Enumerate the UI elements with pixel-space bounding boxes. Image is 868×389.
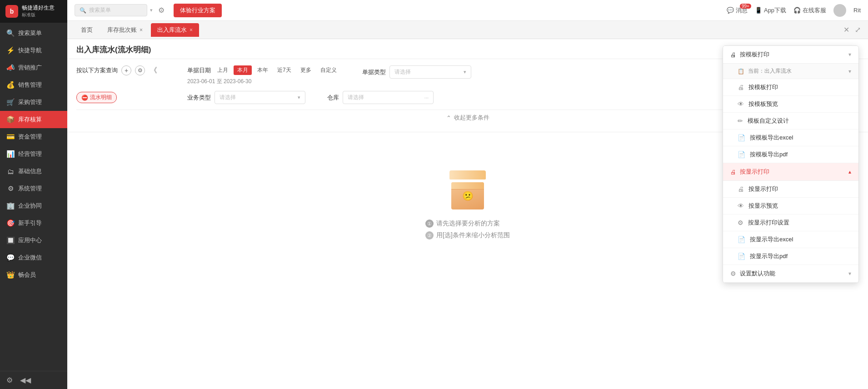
template-export-excel-icon: 📄 xyxy=(738,134,745,141)
date-tab-thismonth[interactable]: 本月 xyxy=(234,65,252,75)
date-range-display: 2023-06-01 至 2023-06-30 xyxy=(187,78,340,85)
date-tabs: 上月 本月 本年 近7天 更多 自定义 xyxy=(214,65,340,75)
display-print-icon: 🖨 xyxy=(738,185,744,193)
display-section-chevron-icon: ▴ xyxy=(848,169,851,175)
phone-icon: 📱 xyxy=(755,7,762,14)
online-service-btn[interactable]: 🎧 在线客服 xyxy=(793,6,826,15)
filter-chip[interactable]: ⛔ 流水明细 xyxy=(76,92,117,103)
sidebar-item-marketing[interactable]: 📣 营销推广 xyxy=(0,59,67,76)
template-export-pdf-item[interactable]: 📄 按模板导出pdf xyxy=(723,146,858,163)
sidebar-item-guide[interactable]: 🎯 新手引导 xyxy=(0,214,67,232)
type-select[interactable]: 请选择 ▾ xyxy=(389,65,471,79)
sidebar-item-wechat[interactable]: 💬 企业微信 xyxy=(0,249,67,266)
template-export-excel-item[interactable]: 📄 按模板导出excel xyxy=(723,130,858,146)
date-tab-custom[interactable]: 自定义 xyxy=(317,65,340,75)
tabbar: 首页 库存批次账 × 出入库流水 × ✕ ⤢ xyxy=(67,21,868,39)
tab-close-all-icon[interactable]: ✕ xyxy=(843,25,849,34)
app-logo: b 畅捷通好生意 标准版 xyxy=(0,0,67,23)
display-print-section-title: 🖨 按显示打印 xyxy=(730,168,769,176)
template-print-section-title: 🖨 按模板打印 xyxy=(730,50,769,59)
template-print-item-icon: 🖨 xyxy=(738,84,744,91)
empty-illustration: 😕 xyxy=(445,169,490,214)
avatar[interactable] xyxy=(833,4,846,17)
template-preview-item-icon: 👁 xyxy=(738,100,744,108)
sidebar-item-inventory[interactable]: 📦 库存核算 xyxy=(0,111,67,128)
logo-text: 畅捷通好生意 标准版 xyxy=(22,5,55,18)
print-dropdown-panel: 🖨 按模板打印 ▾ 📋 当前：出入库流水 ▾ 🖨 按模板打印 👁 按模板预览 ✏… xyxy=(723,45,859,283)
sidebar-item-system[interactable]: ⚙ 系统管理 xyxy=(0,180,67,197)
tab-home[interactable]: 首页 xyxy=(75,23,99,37)
topbar-gear-icon[interactable]: ⚙ xyxy=(158,6,165,15)
crown-icon: 👑 xyxy=(6,271,15,279)
set-default-section-header[interactable]: ⚙ 设置默认功能 ▾ xyxy=(723,265,858,283)
message-icon: 💬 xyxy=(727,7,734,14)
sidebar-item-sales[interactable]: 💰 销售管理 xyxy=(0,76,67,94)
hint-num-1: ① xyxy=(425,219,434,228)
tab-flow-close-icon[interactable]: × xyxy=(190,27,193,33)
app-download-btn[interactable]: 📱 App下载 xyxy=(755,6,786,15)
template-export-pdf-icon: 📄 xyxy=(738,151,745,158)
warehouse-select[interactable]: 请选择 ··· xyxy=(343,91,434,104)
username-display: Rit xyxy=(853,7,861,14)
sidebar-item-search[interactable]: 🔍 搜索菜单 xyxy=(0,25,67,42)
filter-collapse-btn[interactable]: 《 xyxy=(149,65,159,75)
template-custom-item[interactable]: ✏ 模板自定义设计 xyxy=(723,113,858,130)
tab-batch[interactable]: 库存批次账 × xyxy=(101,23,149,37)
display-preview-icon: 👁 xyxy=(738,202,744,209)
sidebar-item-purchase[interactable]: 🛒 采购管理 xyxy=(0,94,67,111)
default-section-chevron-icon: ▾ xyxy=(848,270,851,277)
date-tab-lastmonth[interactable]: 上月 xyxy=(214,65,232,75)
megaphone-icon: 📣 xyxy=(6,64,15,72)
current-chevron-icon: ▾ xyxy=(848,68,851,75)
template-print-section-header[interactable]: 🖨 按模板打印 ▾ xyxy=(723,46,858,64)
display-print-item[interactable]: 🖨 按显示打印 xyxy=(723,181,858,198)
type-label: 单据类型 xyxy=(362,68,386,76)
display-export-excel-item[interactable]: 📄 按显示导出excel xyxy=(723,231,858,248)
chip-icon: ⛔ xyxy=(81,95,88,101)
cart-icon: 🛒 xyxy=(6,98,15,106)
display-print-section-icon: 🖨 xyxy=(730,169,736,175)
chat-icon: 💬 xyxy=(6,254,15,262)
headset-icon: 🎧 xyxy=(793,7,801,14)
search-chevron-icon[interactable]: ▾ xyxy=(150,7,153,13)
logo-icon: b xyxy=(5,5,18,18)
sidebar-item-basic[interactable]: 🗂 基础信息 xyxy=(0,163,67,180)
filter-add-btn[interactable]: + xyxy=(121,65,131,75)
display-print-section-header[interactable]: 🖨 按显示打印 ▴ xyxy=(723,163,858,181)
sidebar-item-member[interactable]: 👑 畅会员 xyxy=(0,266,67,284)
biz-type-select[interactable]: 请选择 ▾ xyxy=(215,91,305,104)
sidebar-item-enterprise[interactable]: 🏢 企业协同 xyxy=(0,197,67,214)
display-preview-item[interactable]: 👁 按显示预览 xyxy=(723,198,858,214)
settings-icon[interactable]: ⚙ xyxy=(6,376,13,384)
tab-batch-close-icon[interactable]: × xyxy=(140,27,143,33)
printer-section-icon: 🖨 xyxy=(730,51,736,58)
sidebar-item-apps[interactable]: 🔲 应用中心 xyxy=(0,232,67,249)
display-print-settings-item[interactable]: ⚙ 按显示打印设置 xyxy=(723,214,858,231)
date-tab-thisyear[interactable]: 本年 xyxy=(254,65,272,75)
template-print-item[interactable]: 🖨 按模板打印 xyxy=(723,79,858,96)
sidebar-item-operations[interactable]: 📊 经营管理 xyxy=(0,145,67,163)
chart-icon: 📊 xyxy=(6,150,15,158)
trial-btn[interactable]: 体验行业方案 xyxy=(174,4,222,17)
gear-icon: ⚙ xyxy=(6,185,15,193)
sidebar-item-finance[interactable]: 💳 资金管理 xyxy=(0,128,67,145)
money-icon: 💰 xyxy=(6,81,15,89)
collapse-sidebar-icon[interactable]: ◀◀ xyxy=(20,376,31,384)
topbar-search-wrapper: 🔍 搜索菜单 ▾ xyxy=(75,4,153,16)
date-tab-7days[interactable]: 近7天 xyxy=(274,65,295,75)
message-btn[interactable]: 💬 消息 99+ xyxy=(727,6,748,15)
menu-search-input[interactable]: 🔍 搜索菜单 xyxy=(75,4,147,16)
display-export-pdf-item[interactable]: 📄 按显示导出pdf xyxy=(723,248,858,265)
tab-expand-icon[interactable]: ⤢ xyxy=(855,25,861,34)
display-export-pdf-icon: 📄 xyxy=(738,253,745,260)
topbar-right: 💬 消息 99+ 📱 App下载 🎧 在线客服 Rit xyxy=(727,4,861,17)
biz-type-label: 业务类型 xyxy=(187,94,211,102)
sidebar-item-shortcut[interactable]: ⚡ 快捷导航 xyxy=(0,42,67,59)
tab-flow[interactable]: 出入库流水 × xyxy=(151,23,199,37)
topbar: 🔍 搜索菜单 ▾ ⚙ 体验行业方案 💬 消息 99+ 📱 App下载 🎧 在线客… xyxy=(67,0,868,21)
date-tab-more[interactable]: 更多 xyxy=(297,65,315,75)
box-icon: 📦 xyxy=(6,115,15,124)
filter-setting-btn[interactable]: ⚙ xyxy=(135,65,145,75)
target-icon: 🎯 xyxy=(6,219,15,227)
template-preview-item[interactable]: 👁 按模板预览 xyxy=(723,96,858,113)
